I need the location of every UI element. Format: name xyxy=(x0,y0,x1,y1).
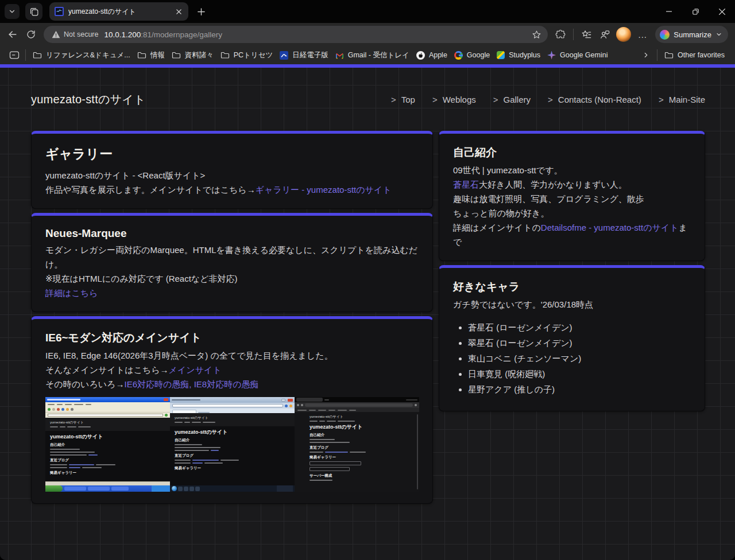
card-title: ギャラリー xyxy=(45,145,419,163)
favorite-star-button[interactable] xyxy=(529,28,543,41)
screenshot-ie6-xp: yumezato-sttのサイト yumezato-sttのサイト 自己紹介 直… xyxy=(45,397,170,492)
new-tab-button[interactable] xyxy=(193,3,209,20)
restore-button[interactable] xyxy=(682,0,709,23)
copilot-icon xyxy=(660,30,670,40)
marquee-card: Neues-Marquee モダン・レガシー両対応のMarquee。HTMLを書… xyxy=(31,213,433,312)
refresh-button[interactable] xyxy=(22,25,40,44)
tab-title: yumezato-sttのサイト xyxy=(68,7,173,17)
bookmark-gemini[interactable]: Google Gemini xyxy=(544,49,611,61)
restore-icon xyxy=(692,8,699,15)
card-title: Neues-Marquee xyxy=(45,227,419,240)
person-chat-icon xyxy=(599,29,610,40)
detailsofme-link[interactable]: Detailsofme - yumezato-sttのサイト xyxy=(541,223,679,232)
marquee-note: ※現在はHTMLにのみ対応です (Reactなど非対応) xyxy=(45,271,419,286)
nav-link-weblogs[interactable]: >Weblogs xyxy=(432,95,476,104)
copilot-summarize-button[interactable]: Summarize xyxy=(655,26,728,43)
left-column: ギャラリー yumezato-sttのサイト - <React版サイト> 作品や… xyxy=(31,131,433,504)
list-item: 翠星石 (ローゼンメイデン) xyxy=(468,335,691,351)
more-favorites-button[interactable] xyxy=(639,48,653,63)
favorites-star-list-icon xyxy=(581,29,592,40)
profile-line1: 09世代 | yumezato-sttです。 xyxy=(453,163,691,177)
bookmark-folder-info[interactable]: 情報 xyxy=(134,49,168,62)
nikkei-icon xyxy=(280,51,288,60)
essentials-button[interactable] xyxy=(595,25,614,44)
ie8-rant-link[interactable]: IE8対応時の愚痴 xyxy=(194,379,259,389)
chevron-down-icon xyxy=(8,7,16,15)
card-title: IE6~モダン対応のメインサイト xyxy=(45,330,419,345)
url-host: 10.0.1.200 xyxy=(104,30,141,39)
tab-search-button[interactable] xyxy=(5,4,20,19)
mainsite-link[interactable]: メインサイト xyxy=(169,365,222,375)
gallery-card: ギャラリー yumezato-sttのサイト - <React版サイト> 作品や… xyxy=(31,131,433,209)
bookmark-apple[interactable]: Apple xyxy=(413,49,451,61)
minimize-icon xyxy=(666,8,672,15)
close-icon xyxy=(718,8,726,15)
nav-link-contacts[interactable]: >Contacts (Non-React) xyxy=(548,95,641,104)
bookmark-google[interactable]: Google xyxy=(451,49,493,61)
apple-icon xyxy=(416,51,425,60)
sidebar-icon xyxy=(9,50,20,60)
close-button[interactable] xyxy=(709,0,735,23)
profile-card: 自己紹介 09世代 | yumezato-sttです。 蒼星石大好き人間、学力が… xyxy=(439,131,705,261)
bookmark-nikkei[interactable]: 日経電子版 xyxy=(276,49,332,62)
link-separator: , xyxy=(189,379,194,389)
extensions-button[interactable] xyxy=(551,25,570,44)
bookmark-folder-materials[interactable]: 資料諸々 xyxy=(168,49,217,62)
close-icon xyxy=(176,9,182,15)
list-item: 日車寛見 (呪術廻戦) xyxy=(468,366,691,382)
browser-screenshots-image: yumezato-sttのサイト yumezato-sttのサイト 自己紹介 直… xyxy=(45,397,419,492)
folder-icon xyxy=(33,51,42,59)
gallery-mainsite-link[interactable]: ギャラリー - yumezato-sttのサイト xyxy=(256,185,392,195)
card-title: 好きなキャラ xyxy=(453,279,691,294)
marquee-details-link[interactable]: 詳細はこちら xyxy=(45,288,98,298)
bookmark-other-favorites[interactable]: Other favorites xyxy=(661,49,728,61)
nav-link-gallery[interactable]: >Gallery xyxy=(493,95,531,104)
nav-link-top[interactable]: >Top xyxy=(391,95,415,104)
folder-icon xyxy=(220,51,230,59)
screenshot-edge-dark: yumezato-sttのサイト yumezato-sttのサイト 自己紹介 直… xyxy=(295,397,419,492)
puzzle-icon xyxy=(555,29,566,40)
plus-icon xyxy=(197,7,206,16)
back-button[interactable] xyxy=(3,25,22,44)
workspaces-button[interactable] xyxy=(25,3,42,20)
list-item: 蒼星石 (ローゼンメイデン) xyxy=(468,320,691,335)
favorites-bar: リファレンス&ドキュメ... 情報 資料諸々 PCトリセツ 日経電子版 Gmai… xyxy=(0,46,735,64)
minimize-button[interactable] xyxy=(656,0,682,23)
tab-strip: yumezato-sttのサイト xyxy=(0,0,735,23)
warning-icon xyxy=(52,30,60,38)
tab-close-button[interactable] xyxy=(173,6,184,17)
google-icon xyxy=(454,51,463,60)
active-tab[interactable]: yumezato-sttのサイト xyxy=(49,2,188,21)
characters-list: 蒼星石 (ローゼンメイデン) 翠星石 (ローゼンメイデン) 東山コベニ (チェン… xyxy=(468,320,691,397)
address-bar[interactable]: Not secure 10.0.1.200:81/modernpage/gall… xyxy=(44,26,548,43)
favorites-button[interactable] xyxy=(577,25,595,44)
sidebar-panel-button[interactable] xyxy=(7,48,22,63)
ie6-rant-link[interactable]: IE6対応時の愚痴 xyxy=(124,379,189,389)
profile-avatar[interactable] xyxy=(616,27,631,42)
page-content: yumezato-sttのサイト >Top >Weblogs >Gallery … xyxy=(0,64,735,560)
star-icon xyxy=(532,30,541,40)
bookmark-folder-references[interactable]: リファレンス&ドキュメ... xyxy=(29,49,134,62)
site-title: yumezato-sttのサイト xyxy=(31,92,146,107)
card-title: 自己紹介 xyxy=(453,145,691,160)
site-favicon-icon xyxy=(55,7,64,16)
settings-menu-button[interactable]: ... xyxy=(633,25,652,44)
favorite-characters-card: 好きなキャラ ガチ勢ではないです。'26/03/18時点 蒼星石 (ローゼンメイ… xyxy=(439,265,705,411)
folder-icon xyxy=(172,51,181,59)
bookmark-gmail[interactable]: Gmail - 受信トレイ xyxy=(332,49,413,62)
url-path: :81/modernpage/gallery xyxy=(141,30,222,39)
site-header: yumezato-sttのサイト >Top >Weblogs >Gallery … xyxy=(0,68,735,131)
aoseiseki-link[interactable]: 蒼星石 xyxy=(453,180,479,189)
mainsite-card: IE6~モダン対応のメインサイト IE6, IE8, Edge 146(2026… xyxy=(31,316,433,504)
bookmark-studyplus[interactable]: Studyplus xyxy=(493,49,544,61)
workspaces-icon xyxy=(29,6,40,17)
browser-window: yumezato-sttのサイト Not secure 10. xyxy=(0,0,735,560)
mainsite-description: IE6, IE8, Edge 146(2026年3月時点ベータ) の全てで見た目… xyxy=(45,348,419,363)
profile-line4: ちょっと前の物が好き。 xyxy=(453,206,691,220)
nav-link-main-site[interactable]: >Main-Site xyxy=(659,95,705,104)
site-nav: >Top >Weblogs >Gallery >Contacts (Non-Re… xyxy=(391,95,705,104)
profile-line3: 趣味は放電灯照明、写真、プログラミング、散歩 xyxy=(453,192,691,206)
bookmark-folder-pc-manual[interactable]: PCトリセツ xyxy=(217,49,277,62)
list-item: 東山コベニ (チェンソーマン) xyxy=(468,351,691,366)
gmail-icon xyxy=(335,52,344,59)
